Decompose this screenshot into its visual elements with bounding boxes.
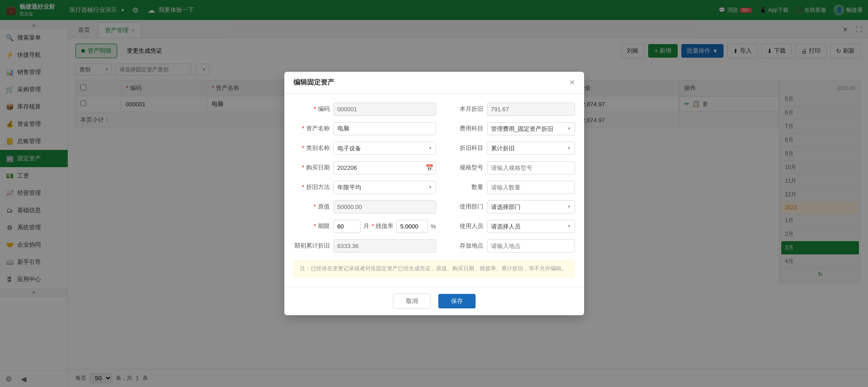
form-row-quantity: 数量	[447, 181, 575, 194]
accum-dep-label: 期初累计折旧	[293, 242, 330, 250]
department-wrap[interactable]: 请选择部门	[487, 200, 575, 213]
form-row-person: 使用人员 请选择人员	[447, 220, 575, 233]
location-input[interactable]	[487, 239, 575, 253]
save-label: 保存	[451, 298, 463, 304]
department-select[interactable]: 请选择部门	[487, 200, 575, 213]
person-select[interactable]: 请选择人员	[487, 220, 575, 233]
cancel-button[interactable]: 取消	[393, 293, 431, 309]
category-label: * 类别名称	[293, 144, 330, 152]
dep-subject-wrap[interactable]: 累计折旧	[487, 142, 575, 155]
cancel-label: 取消	[406, 298, 418, 304]
dep-method-label: * 折旧方法	[293, 183, 330, 191]
residual-rate-label: * 残值率	[372, 222, 394, 230]
residual-pct: %	[431, 223, 436, 230]
edit-asset-modal: 编辑固定资产 ✕ * 编码	[284, 72, 584, 315]
form-row-accum-dep: 期初累计折旧	[293, 239, 436, 253]
period-unit: 月	[363, 222, 369, 230]
person-label: 使用人员	[447, 222, 483, 230]
original-value-input[interactable]	[333, 200, 436, 213]
modal-grid: * 编码 * 资产名称	[293, 103, 575, 253]
form-row-purchase-date: * 购买日期 📅	[293, 161, 436, 174]
period-input[interactable]	[333, 220, 361, 233]
original-value-label: * 原值	[293, 203, 330, 211]
expense-subject-wrap[interactable]: 管理费用_固定资产折旧	[487, 122, 575, 135]
note-text: 注：已经存在变更记录或者对应固定资产已经生成凭证，原值、购买日期、残值率、累计折…	[300, 265, 567, 272]
purchase-date-label: * 购买日期	[293, 164, 330, 172]
modal-title: 编辑固定资产	[293, 78, 334, 87]
asset-name-input[interactable]	[333, 122, 436, 135]
category-select-wrap[interactable]: 电子设备	[333, 142, 436, 155]
form-row-spec: 规格型号	[447, 161, 575, 174]
form-row-dep-method: * 折旧方法 年限平均	[293, 181, 436, 194]
code-label: * 编码	[293, 105, 330, 113]
expense-subject-label: 费用科目	[447, 124, 483, 133]
period-row: 月 * 残值率 %	[333, 220, 436, 233]
form-row-period: * 期限 月 * 残值率 %	[293, 220, 436, 233]
accum-dep-input[interactable]	[333, 239, 436, 253]
form-row-expense-subject: 费用科目 管理费用_固定资产折旧	[447, 122, 575, 135]
form-row-location: 存放地点	[447, 239, 575, 253]
modal-left-col: * 编码 * 资产名称	[293, 103, 436, 253]
form-row-original-value: * 原值	[293, 200, 436, 213]
monthly-dep-input[interactable]	[487, 103, 575, 116]
location-label: 存放地点	[447, 242, 483, 250]
calendar-icon: 📅	[426, 164, 433, 171]
category-select[interactable]: 电子设备	[333, 142, 436, 155]
modal-header: 编辑固定资产 ✕	[284, 72, 584, 94]
monthly-dep-label: 本月折旧	[447, 105, 483, 113]
form-row-department: 使用部门 请选择部门	[447, 200, 575, 213]
quantity-label: 数量	[447, 183, 483, 191]
code-input[interactable]	[333, 103, 436, 116]
purchase-date-input[interactable]	[333, 161, 436, 174]
form-row-asset-name: * 资产名称	[293, 122, 436, 135]
expense-subject-select[interactable]: 管理费用_固定资产折旧	[487, 122, 575, 135]
dep-subject-select[interactable]: 累计折旧	[487, 142, 575, 155]
period-label: * 期限	[293, 222, 330, 230]
purchase-date-wrap[interactable]: 📅	[333, 161, 436, 174]
modal-right-col: 本月折旧 费用科目 管理费用_固定资产折旧	[447, 103, 575, 253]
spec-label: 规格型号	[447, 164, 483, 172]
department-label: 使用部门	[447, 203, 483, 211]
save-button[interactable]: 保存	[438, 294, 476, 308]
quantity-input[interactable]	[487, 181, 575, 194]
dep-method-select[interactable]: 年限平均	[333, 181, 436, 194]
person-wrap[interactable]: 请选择人员	[487, 220, 575, 233]
form-row-code: * 编码	[293, 103, 436, 116]
spec-input[interactable]	[487, 161, 575, 174]
residual-rate-input[interactable]	[396, 220, 428, 233]
dep-method-select-wrap[interactable]: 年限平均	[333, 181, 436, 194]
modal-note: 注：已经存在变更记录或者对应固定资产已经生成凭证，原值、购买日期、残值率、累计折…	[293, 260, 575, 278]
modal-close-btn[interactable]: ✕	[569, 78, 575, 87]
dep-subject-label: 折旧科目	[447, 144, 483, 152]
form-row-dep-subject: 折旧科目 累计折旧	[447, 142, 575, 155]
form-row-category: * 类别名称 电子设备	[293, 142, 436, 155]
modal-footer: 取消 保存	[284, 287, 584, 315]
modal-body: * 编码 * 资产名称	[284, 94, 584, 287]
asset-name-label: * 资产名称	[293, 124, 330, 133]
form-row-monthly-dep: 本月折旧	[447, 103, 575, 116]
modal-overlay: 编辑固定资产 ✕ * 编码	[0, 0, 868, 387]
